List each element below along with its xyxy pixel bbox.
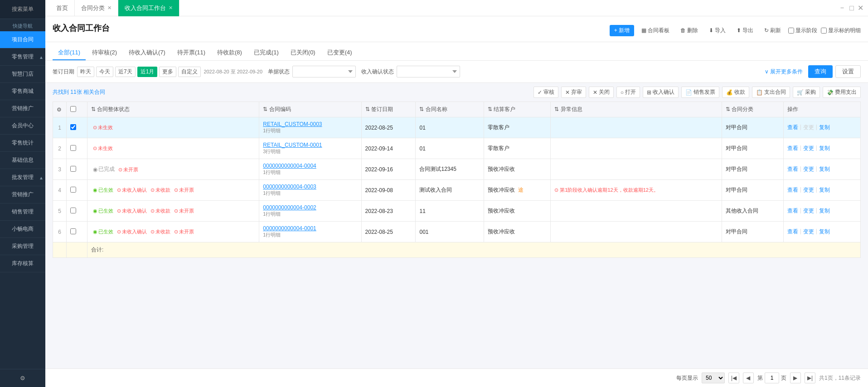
edit-btn[interactable]: 变更: [803, 228, 814, 236]
last-page-btn[interactable]: ▶|: [805, 372, 815, 383]
last7-btn[interactable]: 近7天: [115, 67, 136, 77]
sidebar-item-project[interactable]: 项目合同: [0, 31, 45, 48]
sidebar-search[interactable]: 搜索菜单: [0, 0, 45, 19]
filter-tab-closed[interactable]: 已关闭(0): [285, 46, 321, 60]
row-checkbox[interactable]: [70, 228, 76, 234]
sidebar-item-inventory[interactable]: 库存核算: [0, 255, 45, 272]
edit-btn[interactable]: 变更: [803, 165, 814, 173]
minimize-btn[interactable]: －: [839, 3, 846, 13]
kanban-button[interactable]: ▦ 合同看板: [638, 25, 673, 36]
close-contract-btn[interactable]: ✕ 关闭: [589, 87, 614, 98]
sidebar-item-smart-store[interactable]: 智慧门店: [0, 66, 45, 83]
view-btn[interactable]: 查看: [787, 228, 798, 236]
view-btn[interactable]: 查看: [787, 207, 798, 215]
collect-btn[interactable]: 💰 收款: [722, 87, 749, 98]
prev-page-btn[interactable]: ◀: [743, 372, 754, 383]
yesterday-btn[interactable]: 昨天: [77, 67, 94, 77]
contract-code-link[interactable]: RETAIL_CUSTOM-0003: [263, 121, 357, 127]
sidebar-item-sales[interactable]: 销售管理: [0, 203, 45, 221]
row-checkbox[interactable]: [70, 166, 76, 172]
sales-invoice-btn[interactable]: 📄 销售发票: [681, 87, 719, 98]
tab-contract-category[interactable]: 合同分类 ✕: [75, 0, 118, 16]
edit-btn[interactable]: 变更: [803, 207, 814, 215]
edit-btn[interactable]: 变更: [803, 186, 814, 194]
filter-tab-all[interactable]: 全部(11): [53, 46, 86, 60]
sidebar-item-retail-mall[interactable]: 零售商城: [0, 83, 45, 100]
last1month-btn[interactable]: 近1月: [137, 67, 158, 77]
edit-btn[interactable]: 变更: [803, 145, 814, 152]
copy-btn[interactable]: 复制: [819, 145, 830, 152]
expand-conditions-btn[interactable]: ∨ 展开更多条件: [765, 68, 803, 76]
row-checkbox[interactable]: [70, 145, 76, 151]
tab-close-income-workbench[interactable]: ✕: [169, 5, 173, 11]
sidebar-item-purchase[interactable]: 采购管理: [0, 238, 45, 255]
review-btn[interactable]: ✓ 审核: [533, 87, 558, 98]
next-page-btn[interactable]: ▶: [790, 372, 801, 383]
sidebar-item-member[interactable]: 会员中心: [0, 117, 45, 135]
contract-code-link[interactable]: 0000000000004-0001: [263, 225, 357, 232]
tab-income-workbench[interactable]: 收入合同工作台 ✕: [118, 0, 179, 16]
purchase-btn[interactable]: 🛒 采购: [793, 87, 820, 98]
import-button[interactable]: ⬇ 导入: [705, 25, 729, 36]
filter-tab-pending-review[interactable]: 待审核(2): [87, 46, 122, 60]
expense-out-btn[interactable]: 📋 支出合同: [752, 87, 790, 98]
today-btn[interactable]: 今天: [96, 67, 113, 77]
doc-status-select[interactable]: [292, 66, 356, 77]
filter-tab-pending-income-confirm[interactable]: 待收入确认(7): [123, 46, 171, 60]
delete-button[interactable]: 🗑 删除: [677, 25, 702, 36]
maximize-btn[interactable]: □: [849, 4, 854, 12]
filter-tab-pending-collect[interactable]: 待收款(8): [212, 46, 247, 60]
tab-home[interactable]: 首页: [50, 0, 75, 16]
sidebar-item-retail[interactable]: 零售管理 ▲: [0, 48, 45, 66]
show-stages-checkbox[interactable]: 显示阶段: [788, 27, 817, 34]
page-input[interactable]: [765, 372, 779, 383]
filter-tab-changed[interactable]: 已变更(4): [322, 46, 358, 60]
new-button[interactable]: + 新增: [610, 25, 634, 36]
view-btn[interactable]: 查看: [787, 186, 798, 194]
view-btn[interactable]: 查看: [787, 165, 798, 173]
gear-icon[interactable]: ⚙: [0, 369, 45, 387]
refresh-button[interactable]: ↻ 刷新: [761, 25, 785, 36]
custom-btn[interactable]: 自定义: [178, 67, 201, 77]
contract-code-link[interactable]: 0000000000004-0002: [263, 204, 357, 211]
close-btn[interactable]: ✕: [858, 4, 863, 12]
show-stages-input[interactable]: [788, 28, 794, 34]
setting-button[interactable]: 设置: [835, 65, 861, 78]
tab-close-contract-category[interactable]: ✕: [107, 5, 112, 11]
sidebar-item-retail-stats[interactable]: 零售统计: [0, 135, 45, 152]
query-button[interactable]: 查询: [808, 65, 833, 78]
more-btn[interactable]: 更多: [159, 67, 176, 77]
open-contract-btn[interactable]: ○ 打开: [616, 87, 640, 98]
row-checkbox[interactable]: [70, 187, 76, 193]
sidebar-item-ecommerce[interactable]: 小畅电商: [0, 221, 45, 238]
contract-code-link[interactable]: RETAIL_CUSTOM-0001: [263, 142, 357, 148]
sidebar-item-marketing[interactable]: 营销推广: [0, 100, 45, 117]
copy-btn[interactable]: 复制: [819, 186, 830, 194]
cost-out-btn[interactable]: 💸 费用支出: [823, 87, 861, 98]
income-confirm-select[interactable]: [397, 66, 460, 77]
view-btn[interactable]: 查看: [787, 124, 798, 131]
filter-tab-pending-invoice[interactable]: 待开票(11): [172, 46, 211, 60]
first-page-btn[interactable]: |◀: [728, 372, 739, 383]
page-size-select[interactable]: 50 20 100: [702, 372, 725, 383]
filter-tab-completed[interactable]: 已完成(1): [248, 46, 284, 60]
row-checkbox[interactable]: [70, 124, 76, 130]
copy-btn[interactable]: 复制: [819, 124, 830, 131]
copy-btn[interactable]: 复制: [819, 207, 830, 215]
sidebar-item-wholesale[interactable]: 批发管理 ▲: [0, 169, 45, 186]
row-checkbox[interactable]: [70, 208, 76, 213]
select-all-checkbox[interactable]: [70, 106, 76, 112]
sidebar-item-basic-info[interactable]: 基础信息: [0, 152, 45, 169]
view-btn[interactable]: 查看: [787, 145, 798, 152]
export-button[interactable]: ⬆ 导出: [733, 25, 757, 36]
contract-code-link[interactable]: 0000000000004-0004: [263, 163, 357, 169]
abandon-btn[interactable]: ✕ 弃审: [561, 87, 586, 98]
show-details-checkbox[interactable]: 显示标的明细: [821, 27, 861, 34]
col-settings[interactable]: ⚙: [53, 102, 67, 117]
income-confirm-btn[interactable]: ⊞ 收入确认: [643, 87, 679, 98]
copy-btn[interactable]: 复制: [819, 165, 830, 173]
contract-code-link[interactable]: 0000000000004-0003: [263, 184, 357, 190]
copy-btn[interactable]: 复制: [819, 228, 830, 236]
show-details-input[interactable]: [821, 28, 827, 34]
sidebar-item-marketing2[interactable]: 营销推广: [0, 186, 45, 203]
